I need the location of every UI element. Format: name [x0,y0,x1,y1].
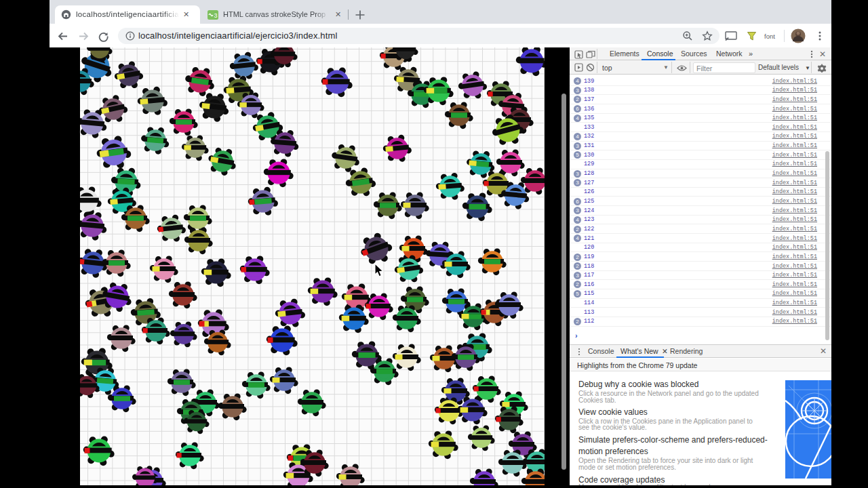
svg-text:3: 3 [214,12,218,19]
